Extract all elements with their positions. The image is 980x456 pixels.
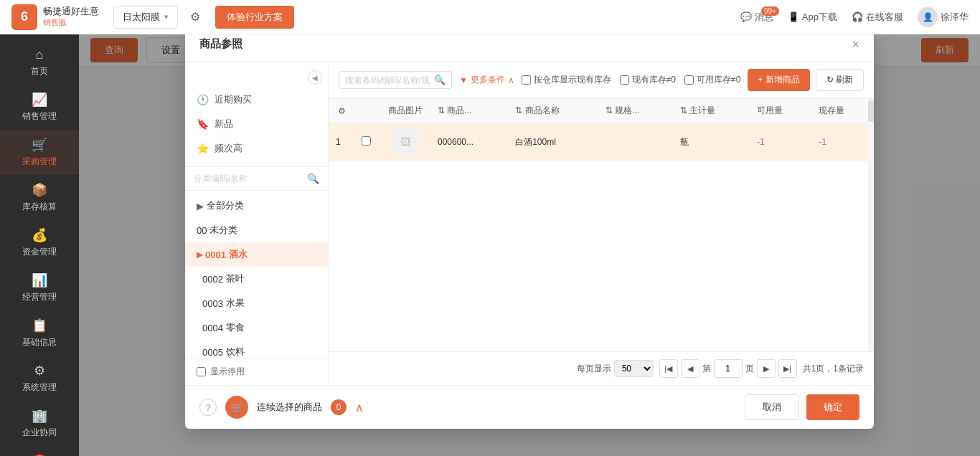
per-page-dropdown[interactable]: 10 20 50 100	[614, 360, 654, 377]
selected-count-badge: 0	[331, 399, 347, 415]
category-item-0004[interactable]: 0004 零食	[185, 315, 328, 340]
product-search-icon[interactable]: 🔍	[434, 75, 446, 85]
modal-title: 商品参照	[199, 37, 242, 51]
product-search-input[interactable]	[345, 75, 430, 85]
high-frequency-icon: ⭐	[197, 143, 209, 154]
tab-high-frequency[interactable]: ⭐ 频次高	[185, 136, 328, 161]
category-item-all[interactable]: ▶ 全部分类	[185, 194, 328, 218]
first-page-button[interactable]: |◀	[659, 359, 678, 378]
product-table: ⚙ 商品图片 ⇅ 商品...	[329, 99, 874, 161]
cell-check[interactable]	[354, 123, 380, 161]
product-thumbnail: 🖼	[392, 129, 418, 155]
category-search-input[interactable]	[194, 174, 303, 184]
row-checkbox[interactable]	[362, 136, 371, 146]
category-item-0001[interactable]: ▶ 0001 酒水	[185, 242, 328, 267]
phone-icon: 📱	[788, 11, 799, 22]
sidebar-item-system[interactable]: ⚙ 系统管理	[0, 356, 79, 401]
settings-icon[interactable]: ⚙	[184, 6, 207, 29]
footer-collapse-icon[interactable]: ∧	[355, 401, 364, 414]
category-item-00[interactable]: 00 未分类	[185, 218, 328, 242]
show-disabled-checkbox[interactable]	[197, 367, 206, 376]
collapse-button[interactable]: ◀	[308, 70, 322, 85]
confirm-button[interactable]: 确定	[806, 394, 859, 420]
tab-new-product[interactable]: 🔖 新品	[185, 112, 328, 136]
product-reference-modal: 商品参照 × ◀ 🕐 近期购买	[185, 34, 874, 429]
modal-body: ◀ 🕐 近期购买 🔖 新品 ⭐	[185, 62, 874, 385]
page-controls: |◀ ◀ 第 页 ▶ ▶|	[659, 359, 797, 378]
category-item-0002[interactable]: 0002 茶叶	[185, 267, 328, 291]
show-disabled-label[interactable]: 显示停用	[197, 366, 316, 378]
enterprise-icon: 🏢	[32, 408, 47, 424]
sidebar-item-basic-info[interactable]: 📋 基础信息	[0, 310, 79, 356]
category-search-icon[interactable]: 🔍	[307, 173, 319, 184]
sidebar-item-finance[interactable]: 💰 资金管理	[0, 220, 79, 265]
category-item-0005[interactable]: 0005 饮料	[185, 340, 328, 358]
main-layout: ⌂ 首页 📈 销售管理 🛒 采购管理 📦 库存核算 💰 资金管理 📊 经营管理 …	[0, 34, 980, 456]
sidebar-label-enterprise: 企业协同	[22, 427, 57, 439]
checkbox-by-warehouse[interactable]: 按仓库显示现有库存	[522, 74, 611, 86]
category-name-0002: 茶叶	[226, 272, 245, 285]
modal-close-button[interactable]: ×	[852, 38, 859, 51]
sidebar-label-sales: 销售管理	[22, 110, 57, 123]
messages-button[interactable]: 💬 消息 99+	[740, 11, 773, 24]
store-selector[interactable]: 日太阳膜 ▾	[113, 6, 178, 29]
user-profile[interactable]: 👤 徐泽华	[918, 7, 969, 27]
page-number-input[interactable]	[714, 359, 743, 378]
th-available[interactable]: 可用量	[750, 99, 811, 123]
vertical-scrollbar[interactable]	[868, 99, 874, 351]
sidebar-item-enterprise[interactable]: 🏢 企业协同	[0, 401, 79, 446]
last-page-button[interactable]: ▶|	[778, 359, 797, 378]
next-page-button[interactable]: ▶	[757, 359, 776, 378]
th-checkbox	[354, 99, 380, 123]
prev-page-button[interactable]: ◀	[681, 359, 699, 378]
sidebar-item-guide[interactable]: 🎯 新手引导	[0, 446, 79, 456]
th-code[interactable]: ⇅ 商品...	[430, 99, 508, 123]
finance-icon: 💰	[32, 227, 47, 243]
filter-icon: ▼	[459, 75, 468, 85]
th-name[interactable]: ⇅ 商品名称	[508, 99, 598, 123]
th-spec[interactable]: ⇅ 规格...	[598, 99, 673, 123]
cancel-button[interactable]: 取消	[745, 394, 799, 420]
right-panel: 🔍 ▼ 更多条件 ∧ 按仓库显示现有库存	[329, 62, 874, 385]
table-refresh-button[interactable]: ↻ 刷新	[816, 69, 864, 91]
sidebar: ⌂ 首页 📈 销售管理 🛒 采购管理 📦 库存核算 💰 资金管理 📊 经营管理 …	[0, 34, 79, 456]
th-stock[interactable]: 现存量	[811, 99, 874, 123]
checkbox-by-warehouse-input[interactable]	[522, 75, 531, 85]
experience-button[interactable]: 体验行业方案	[215, 6, 294, 29]
avatar: 👤	[918, 7, 938, 27]
help-icon[interactable]: ?	[199, 399, 217, 416]
checkbox-stock-not-zero-input[interactable]	[620, 75, 629, 85]
sidebar-label-inventory: 库存核算	[22, 201, 57, 213]
checkbox-available-not-zero[interactable]: 可用库存≠0	[684, 74, 740, 86]
checkbox-stock-not-zero[interactable]: 现有库存≠0	[620, 74, 676, 86]
filter-button[interactable]: ▼ 更多条件 ∧	[459, 74, 514, 86]
sidebar-item-purchase[interactable]: 🛒 采购管理	[0, 130, 79, 175]
cell-code: 000600...	[430, 123, 508, 161]
sidebar-item-operations[interactable]: 📊 经营管理	[0, 265, 79, 310]
cell-spec	[598, 123, 673, 161]
sidebar-item-home[interactable]: ⌂ 首页	[0, 40, 79, 85]
table-row[interactable]: 1 🖼 000600... 白酒100ml 瓶	[329, 123, 874, 161]
online-service-button[interactable]: 🎧 在线客服	[852, 11, 903, 24]
checkbox-available-not-zero-input[interactable]	[684, 75, 694, 85]
add-product-button[interactable]: + 新增商品	[748, 69, 809, 91]
category-list: ▶ 全部分类 00 未分类 ▶ 0001 酒水	[185, 191, 328, 358]
sidebar-label-system: 系统管理	[22, 381, 57, 394]
system-icon: ⚙	[34, 363, 45, 379]
logo-text: 畅捷通好生意 销售版	[43, 6, 99, 29]
purchase-icon: 🛒	[32, 137, 47, 153]
sales-icon: 📈	[32, 92, 47, 108]
nav-right: 💬 消息 99+ 📱 App下载 🎧 在线客服 👤 徐泽华	[740, 7, 969, 27]
category-item-0003[interactable]: 0003 水果	[185, 291, 328, 315]
category-code-0002: 0002	[202, 274, 223, 285]
th-unit[interactable]: ⇅ 主计量	[673, 99, 750, 123]
sort-icon-spec: ⇅	[606, 105, 613, 115]
sidebar-item-inventory[interactable]: 📦 库存核算	[0, 175, 79, 220]
th-settings[interactable]: ⚙	[329, 99, 354, 123]
logo-area: 6 畅捷通好生意 销售版	[11, 4, 99, 30]
app-download-button[interactable]: 📱 App下载	[788, 11, 837, 24]
cart-icon[interactable]: 🛒	[225, 396, 248, 419]
sidebar-item-sales[interactable]: 📈 销售管理	[0, 85, 79, 130]
tab-recent-purchase[interactable]: 🕐 近期购买	[185, 87, 328, 112]
left-tabs: ◀ 🕐 近期购买 🔖 新品 ⭐	[185, 62, 328, 167]
